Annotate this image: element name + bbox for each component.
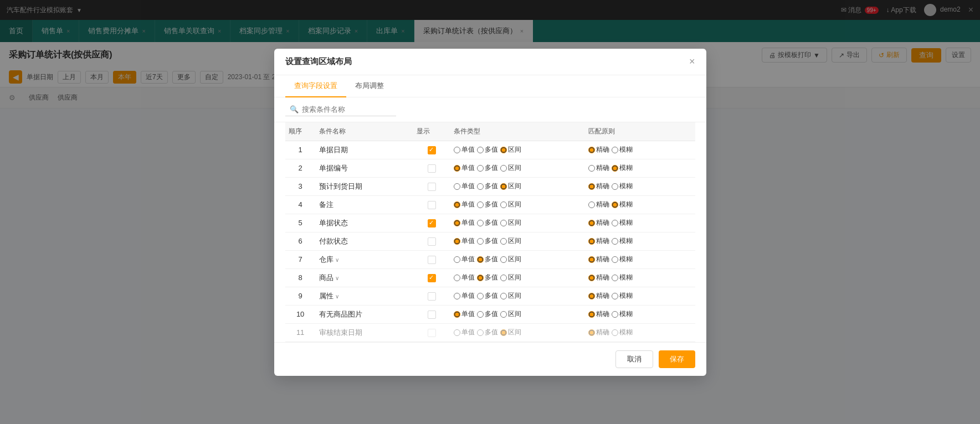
search-box: 🔍 bbox=[285, 103, 396, 109]
search-input[interactable] bbox=[302, 105, 391, 109]
modal-close-button[interactable]: × bbox=[689, 56, 695, 66]
settings-modal: 设置查询区域布局 × 查询字段设置 布局调整 🔍 bbox=[274, 49, 706, 109]
modal-search-area: 🔍 bbox=[274, 97, 706, 109]
modal-tab-layout[interactable]: 布局调整 bbox=[346, 75, 393, 97]
modal-tabs: 查询字段设置 布局调整 bbox=[274, 75, 706, 97]
modal-tab-query-fields[interactable]: 查询字段设置 bbox=[285, 75, 346, 97]
modal-overlay: 设置查询区域布局 × 查询字段设置 布局调整 🔍 bbox=[0, 0, 980, 108]
modal-header: 设置查询区域布局 × bbox=[274, 49, 706, 75]
search-icon: 🔍 bbox=[290, 105, 299, 109]
modal-title: 设置查询区域布局 bbox=[285, 56, 352, 67]
